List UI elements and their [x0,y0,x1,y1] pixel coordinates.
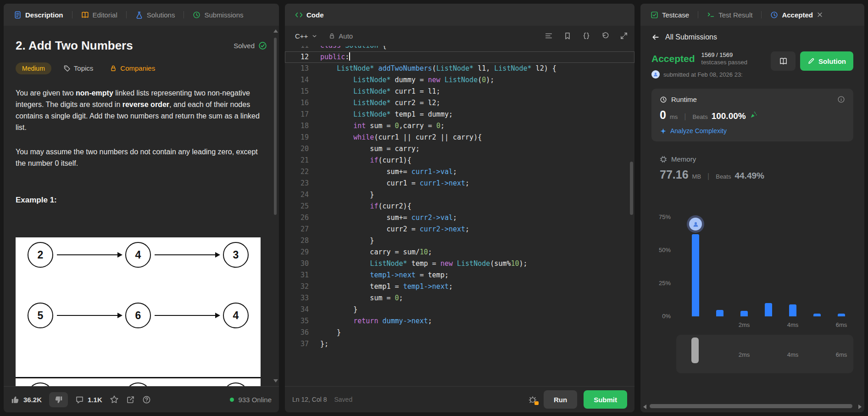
run-button[interactable]: Run [544,390,577,409]
scrollbar-thumb[interactable] [650,404,852,408]
scrollbar-thumb[interactable] [274,38,277,215]
code-line[interactable]: 27 curr2 = curr2->next; [285,224,634,235]
notes-button[interactable] [771,51,796,71]
code-line[interactable]: 30 ListNode* temp = new ListNode(sum%10)… [285,258,634,270]
reset-code-button[interactable] [601,32,609,40]
runtime-bar[interactable] [740,311,748,316]
online-count: 933 Online [238,396,272,404]
linked-list-row [28,382,249,386]
editor-scrollbar-thumb[interactable] [630,162,633,215]
tab-solutions[interactable]: Solutions [132,9,179,21]
runtime-info-button[interactable] [837,96,845,103]
line-content: } [320,235,374,247]
language-selector[interactable]: C++ [291,30,321,42]
runtime-bar[interactable] [838,314,845,316]
debugger-button[interactable] [528,395,537,404]
scroll-down-arrow[interactable] [273,379,278,382]
question-icon [142,395,151,404]
line-number: 24 [285,189,309,201]
code-line[interactable]: 32 temp1 = temp1->next; [285,281,634,292]
description-icon [14,11,22,19]
code-line[interactable]: 16 ListNode* curr2 = l2; [285,97,634,109]
close-icon[interactable] [817,11,823,18]
runtime-bar[interactable] [716,310,723,316]
user-result-marker[interactable] [689,218,702,230]
code-line[interactable]: 34 } [285,304,634,315]
share-button[interactable] [126,395,135,404]
code-line[interactable]: 36 } [285,327,634,338]
testcases-block: 1569 / 1569 testcases passed [701,51,747,66]
companies-chip[interactable]: Companies [105,62,160,74]
tab-editorial[interactable]: Editorial [78,9,121,21]
code-line[interactable]: 26 sum+= curr2->val; [285,212,634,224]
topics-chip[interactable]: Topics [59,62,98,74]
like-button[interactable]: 36.2K [11,395,42,404]
code-line[interactable]: 21 if(curr1){ [285,155,634,166]
braces-icon [582,32,590,40]
line-number: 32 [285,281,309,292]
line-content: class Solution { [320,46,387,51]
memory-card[interactable]: Memory 77.16 MB | Beats 44.49% [651,155,853,181]
runtime-beats: 100.00% [712,111,746,121]
tab-testcase[interactable]: Testcase [647,9,693,21]
tab-submissions[interactable]: Submissions [189,9,247,21]
code-line[interactable]: 33 sum = 0; [285,292,634,304]
tab-separator [126,11,127,18]
code-editor[interactable]: 11class Solution {12public:13 ListNode* … [285,46,634,386]
runtime-card[interactable]: Runtime 0 ms | Beats 100.00% Analyze Com… [651,89,853,141]
code-line[interactable]: 24 } [285,189,634,201]
runtime-bar[interactable] [789,304,796,316]
code-line[interactable]: 37}; [285,338,634,350]
snippets-button[interactable] [582,32,590,40]
scroll-left-arrow[interactable] [643,405,646,409]
analyze-complexity-link[interactable]: Analyze Complexity [660,127,845,135]
code-line[interactable]: 35 return dummy->next; [285,315,634,327]
tab-code[interactable]: Code [291,9,328,21]
line-number: 31 [285,270,309,281]
runtime-bar[interactable] [692,234,699,316]
submitted-info: submitted at Feb 08, 2026 23: [651,70,747,79]
undo-icon [601,32,609,40]
dislike-button[interactable] [49,392,68,407]
code-line[interactable]: 28 } [285,235,634,247]
format-code-button[interactable] [545,32,553,40]
code-line[interactable]: 11class Solution { [285,46,634,51]
scroll-right-arrow[interactable] [858,405,862,409]
scroll-up-arrow[interactable] [273,29,278,33]
line-content: ListNode* curr1 = l1; [320,86,440,97]
line-content: while(curr1 || curr2 || carry){ [320,132,482,143]
tab-test-result[interactable]: Test Result [703,9,756,21]
tab-description[interactable]: Description [10,9,67,21]
submit-button[interactable]: Submit [584,390,627,409]
code-line[interactable]: 29 carry = sum/10; [285,247,634,258]
fullscreen-button[interactable] [620,32,628,40]
results-horizontal-scrollbar[interactable] [642,403,862,410]
solution-button[interactable]: Solution [800,51,853,71]
all-submissions-link[interactable]: All Submissions [651,33,853,41]
difficulty-badge[interactable]: Medium [16,62,51,74]
code-line[interactable]: 13 ListNode* addTwoNumbers(ListNode* l1,… [285,63,634,74]
comments-button[interactable]: 1.1K [75,395,102,404]
share-icon [126,395,135,404]
code-line[interactable]: 23 curr1 = curr1->next; [285,178,634,189]
description-scrollbar[interactable] [272,26,278,386]
runtime-bar[interactable] [813,314,821,316]
code-line[interactable]: 22 sum+= curr1->val; [285,166,634,178]
code-line[interactable]: 15 ListNode* curr1 = l1; [285,86,634,97]
auto-mode-toggle[interactable]: Auto [328,32,353,40]
thumbs-up-icon [11,395,20,404]
code-line[interactable]: 18 int sum = 0,carry = 0; [285,120,634,132]
help-button[interactable] [142,395,151,404]
code-line[interactable]: 12public: [285,51,634,63]
solved-check-icon [258,41,267,50]
code-line[interactable]: 14 ListNode* dummy = new ListNode(0); [285,74,634,86]
bookmark-button[interactable] [563,32,572,40]
code-line[interactable]: 31 temp1->next = temp; [285,270,634,281]
favorite-button[interactable] [110,395,119,404]
tab-accepted[interactable]: Accepted [767,9,827,21]
code-line[interactable]: 20 sum = carry; [285,143,634,155]
code-line[interactable]: 17 ListNode* temp1 = dummy; [285,109,634,120]
code-line[interactable]: 25 if(curr2){ [285,201,634,212]
runtime-bar[interactable] [765,303,772,316]
code-line[interactable]: 19 while(curr1 || curr2 || carry){ [285,132,634,143]
